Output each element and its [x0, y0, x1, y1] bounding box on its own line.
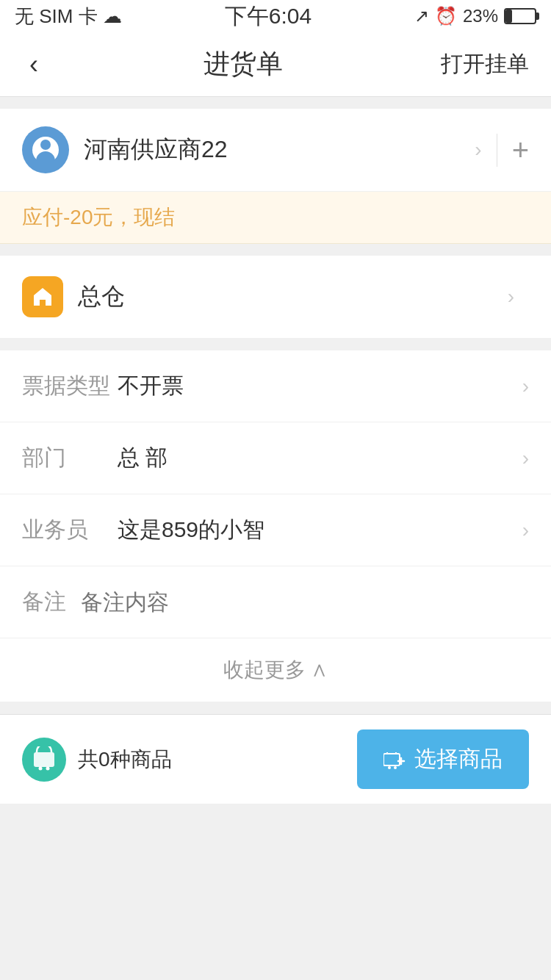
svg-point-4 [388, 766, 391, 769]
status-time: 下午6:04 [225, 1, 311, 32]
warehouse-icon-wrapper [22, 276, 63, 317]
product-count-label: 共0种商品 [78, 746, 357, 774]
alarm-icon: ⏰ [435, 6, 457, 26]
battery-percent: 23% [463, 6, 498, 26]
svg-rect-3 [383, 754, 400, 765]
svg-point-5 [394, 766, 397, 769]
status-network: 无 SIM 卡 ☁ [15, 4, 122, 29]
warehouse-icon [31, 285, 54, 309]
status-right: ↗ ⏰ 23% [414, 6, 536, 26]
salesperson-label: 业务员 [22, 515, 118, 545]
form-fields-section: 票据类型 不开票 › 部门 总 部 › 业务员 这是859的小智 › 备注 收起… [0, 350, 551, 702]
cart-icon [31, 746, 57, 773]
remarks-row: 备注 [0, 566, 551, 638]
supplier-avatar [22, 126, 69, 173]
empty-space [0, 804, 551, 980]
department-value: 总 部 [118, 443, 522, 473]
location-icon: ↗ [414, 6, 429, 26]
page-title: 进货单 [204, 46, 283, 82]
warehouse-row[interactable]: 总仓 › [0, 256, 551, 339]
select-product-icon [383, 747, 406, 772]
select-product-label: 选择商品 [414, 744, 503, 774]
department-row[interactable]: 部门 总 部 › [0, 422, 551, 494]
back-button[interactable]: ‹ [22, 42, 46, 87]
supplier-section: 河南供应商22 › + 应付-20元，现结 [0, 109, 551, 244]
top-divider [0, 97, 551, 109]
ticket-type-row[interactable]: 票据类型 不开票 › [0, 350, 551, 422]
ticket-type-label: 票据类型 [22, 371, 118, 401]
battery-icon [504, 8, 536, 24]
mid-divider-1 [0, 244, 551, 256]
avatar-inner [32, 137, 59, 163]
svg-rect-0 [34, 752, 54, 767]
product-count-icon-wrapper [22, 738, 66, 782]
notice-banner: 应付-20元，现结 [0, 192, 551, 244]
bottom-bar: 共0种商品 选择商品 [0, 714, 551, 804]
supplier-row[interactable]: 河南供应商22 › + [0, 109, 551, 192]
nav-bar: ‹ 进货单 打开挂单 [0, 32, 551, 97]
ticket-type-value: 不开票 [118, 371, 522, 401]
department-chevron-icon: › [522, 447, 529, 470]
status-bar: 无 SIM 卡 ☁ 下午6:04 ↗ ⏰ 23% [0, 0, 551, 32]
add-supplier-button[interactable]: + [497, 134, 529, 167]
collapse-button[interactable]: 收起更多 ∧ [0, 638, 551, 702]
supplier-name: 河南供应商22 [84, 134, 475, 166]
department-label: 部门 [22, 443, 118, 473]
open-pending-button[interactable]: 打开挂单 [441, 49, 529, 79]
bottom-divider [0, 702, 551, 714]
remarks-input[interactable] [81, 590, 529, 615]
warehouse-chevron-icon: › [508, 285, 514, 309]
ticket-type-chevron-icon: › [522, 375, 529, 398]
salesperson-chevron-icon: › [522, 519, 529, 542]
remarks-label: 备注 [22, 587, 81, 617]
svg-point-2 [46, 766, 50, 770]
collapse-label: 收起更多 ∧ [223, 658, 328, 681]
notice-text: 应付-20元，现结 [22, 206, 175, 228]
warehouse-label: 总仓 [78, 281, 508, 313]
svg-point-1 [39, 766, 43, 770]
mid-divider-2 [0, 339, 551, 350]
salesperson-row[interactable]: 业务员 这是859的小智 › [0, 494, 551, 566]
supplier-chevron-icon: › [475, 138, 481, 162]
select-product-button[interactable]: 选择商品 [357, 729, 529, 789]
salesperson-value: 这是859的小智 [118, 515, 522, 545]
